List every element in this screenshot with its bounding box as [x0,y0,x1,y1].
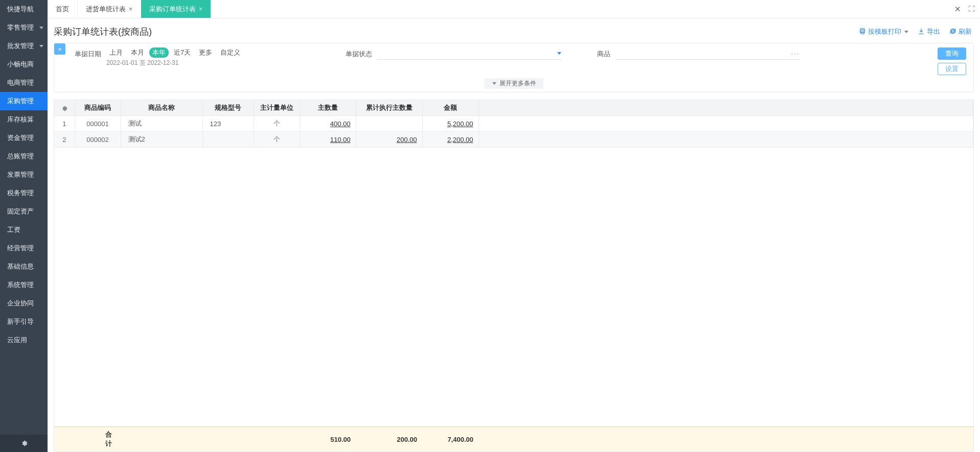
sidebar-item[interactable]: 固定资产 [0,202,48,221]
sidebar-item[interactable]: 税务管理 [0,184,48,202]
data-table: 商品编码商品名称规格型号主计量单位主数量累计执行主数量金额 1000001测试1… [48,96,980,452]
date-option[interactable]: 上月 [106,47,126,58]
close-all-icon[interactable]: ✕ [954,5,961,14]
query-button[interactable]: 查询 [938,47,966,60]
chevron-down-icon [492,82,496,85]
date-option[interactable]: 自定义 [217,47,243,58]
print-button[interactable]: 按模板打印 [859,27,908,36]
filter-date-label: 单据日期 [75,47,101,59]
sidebar-item[interactable]: 云应用 [0,331,48,349]
table-header[interactable]: 商品名称 [121,100,202,116]
sidebar-item[interactable]: 采购管理 [0,92,48,110]
sidebar-item[interactable]: 系统管理 [0,276,48,294]
filter-status-select[interactable] [377,47,561,60]
fullscreen-icon[interactable]: ⛶ [968,5,975,13]
total-cell: 510.00 [300,436,356,443]
filter-product: 商品 ··· [597,47,800,60]
sidebar-item[interactable]: 小畅电商 [0,55,48,74]
sidebar: 快捷导航零售管理批发管理小畅电商电商管理采购管理库存核算资金管理总账管理发票管理… [0,0,48,452]
table-settings-icon[interactable] [54,100,75,116]
date-option[interactable]: 近7天 [171,47,194,58]
setting-button[interactable]: 设置 [938,63,966,75]
table-header[interactable]: 规格型号 [202,100,254,116]
total-cell: 200.00 [356,436,422,443]
sidebar-settings[interactable] [0,435,48,452]
page-title: 采购订单统计表(按商品) [54,26,152,38]
collapse-filter-button[interactable]: » [54,43,65,55]
sidebar-item[interactable]: 库存核算 [0,110,48,129]
table-cell: 个 [254,116,300,132]
date-option[interactable]: 本月 [128,47,147,58]
tab[interactable]: 采购订单统计表× [141,0,211,18]
sidebar-item[interactable]: 批发管理 [0,37,48,55]
filter-product-label: 商品 [597,47,610,59]
table-row[interactable]: 2000002测试2个110.00200.002,200.00 [54,132,973,148]
table-cell: 个 [254,132,300,148]
sidebar-item[interactable]: 发票管理 [0,165,48,184]
gear-icon [20,440,28,447]
refresh-icon [949,28,956,36]
tab[interactable]: 进货单统计表× [78,0,141,18]
table-row[interactable]: 1000001测试123个400.005,200.00 [54,116,973,132]
more-icon: ··· [791,50,800,57]
sidebar-item[interactable]: 经营管理 [0,239,48,257]
export-button[interactable]: 导出 [918,27,940,36]
export-icon [918,28,925,36]
date-option[interactable]: 更多 [196,47,215,58]
total-cell: 合计 [75,430,121,448]
main-area: 首页进货单统计表×采购订单统计表× ✕ ⛶ 采购订单统计表(按商品) 按模板打印 [48,0,980,452]
table-header[interactable]: 商品编码 [75,100,121,116]
table-cell: 200.00 [356,132,422,148]
table-header[interactable]: 主数量 [300,100,356,116]
title-bar: 采购订单统计表(按商品) 按模板打印 导出 [48,18,980,43]
table-header[interactable]: 金额 [422,100,478,116]
chevron-down-icon [557,52,561,55]
date-option[interactable]: 本年 [149,47,169,58]
filter-product-select[interactable]: ··· [616,47,800,60]
tab-label: 进货单统计表 [86,5,126,14]
table-header[interactable]: 主计量单位 [254,100,300,116]
table-cell: 5,200.00 [422,116,478,132]
table-cell: 测试 [121,116,202,132]
sidebar-item[interactable]: 新手引导 [0,313,48,331]
filter-status: 单据状态 [346,47,561,60]
sidebar-item[interactable]: 工资 [0,221,48,239]
expand-more-filters[interactable]: 展开更多条件 [484,78,543,89]
filter-panel: » 单据日期 上月本月本年近7天更多自定义 2022-01-01 至 2022-… [54,43,974,92]
table-cell: 测试2 [121,132,202,148]
table-cell: 2,200.00 [422,132,478,148]
table-cell: 000001 [75,116,121,132]
table-cell: 110.00 [300,132,356,148]
total-row: 合计510.00200.007,400.00 [54,426,974,452]
tab-label: 采购订单统计表 [149,5,196,14]
table-cell: 123 [202,116,254,132]
table-cell [478,132,973,148]
table-cell [478,116,973,132]
tab[interactable]: 首页 [48,0,78,18]
sidebar-item[interactable]: 电商管理 [0,74,48,92]
table-header[interactable]: 累计执行主数量 [356,100,422,116]
chevron-down-icon [904,31,908,33]
table-cell [202,132,254,148]
table-header-filler [478,100,973,116]
table-cell [356,116,422,132]
sidebar-item[interactable]: 零售管理 [0,18,48,37]
table-cell: 000002 [75,132,121,148]
filter-status-label: 单据状态 [346,47,372,59]
total-cell: 7,400.00 [422,436,478,443]
sidebar-item[interactable]: 资金管理 [0,129,48,147]
tab-label: 首页 [56,5,69,14]
filter-date-range: 2022-01-01 至 2022-12-31 [106,59,243,67]
tab-close-icon[interactable]: × [129,6,132,13]
sidebar-item[interactable]: 基础信息 [0,257,48,276]
refresh-button[interactable]: 刷新 [949,27,972,36]
sidebar-item[interactable]: 企业协同 [0,294,48,313]
filter-date: 单据日期 上月本月本年近7天更多自定义 2022-01-01 至 2022-12… [75,47,243,67]
title-actions: 按模板打印 导出 刷新 [859,27,972,36]
table-cell: 1 [54,116,75,132]
tabs-bar: 首页进货单统计表×采购订单统计表× ✕ ⛶ [48,0,980,18]
sidebar-item[interactable]: 总账管理 [0,147,48,165]
sidebar-item[interactable]: 快捷导航 [0,0,48,18]
table-cell: 400.00 [300,116,356,132]
tab-close-icon[interactable]: × [199,6,202,13]
